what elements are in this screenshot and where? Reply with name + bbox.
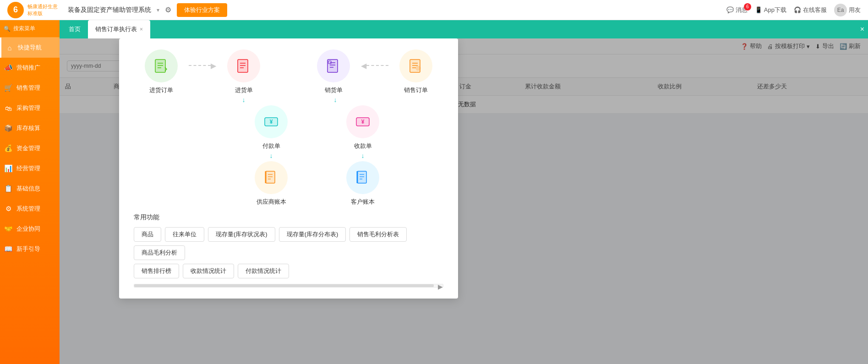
flow-item-collection[interactable]: ¥ 收款单 bbox=[335, 105, 390, 150]
flow-item-sales-order[interactable]: 销售订单 bbox=[388, 49, 443, 94]
app-wrapper: 6 畅康通好生意 标准版 装备及固定资产辅助管理系统 ▾ ⚙ 体验行业方案 💬 … bbox=[0, 0, 868, 364]
popup: 进货订单 ▶ 进 bbox=[119, 38, 458, 299]
common-btn-product-margin[interactable]: 商品毛利分析 bbox=[134, 245, 185, 260]
sidebar-item-label-basic-info: 基础信息 bbox=[16, 185, 40, 193]
sidebar-item-purchase[interactable]: 🛍 采购管理 bbox=[0, 98, 60, 118]
user-item[interactable]: Ea 用友 bbox=[834, 4, 861, 16]
arrow-so-to-sr: ◀ bbox=[361, 61, 388, 83]
common-btns-row1: 商品 往来单位 现存量(库存状况表) 现存量(库存分布表) 销售毛利分析表 商品… bbox=[134, 227, 443, 260]
marketing-icon: 📣 bbox=[4, 63, 13, 72]
sidebar-item-sales[interactable]: 🛒 销售管理 bbox=[0, 78, 60, 98]
flow-item-customer-ledger[interactable]: 客户账本 bbox=[335, 161, 390, 206]
newbie-icon: 📖 bbox=[4, 244, 13, 254]
purchase-receipt-circle bbox=[227, 49, 260, 82]
svg-rect-0 bbox=[155, 60, 165, 72]
flow-item-purchase-order[interactable]: 进货订单 bbox=[134, 49, 189, 94]
arrow-down-sr: ↓ bbox=[334, 96, 337, 103]
tab-close-icon[interactable]: × bbox=[140, 26, 143, 33]
sidebar-item-label-sales: 销售管理 bbox=[16, 84, 40, 92]
sidebar: 🔍 搜索菜单 ⌂ 快捷导航 📣 营销推广 🛒 销售管理 🛍 采购管理 📦 bbox=[0, 20, 60, 364]
logo-line2: 标准版 bbox=[27, 10, 58, 16]
common-btns-row2: 销售排行榜 收款情况统计 付款情况统计 bbox=[134, 264, 443, 278]
top-bar-left: 6 畅康通好生意 标准版 装备及固定资产辅助管理系统 ▾ ⚙ 体验行业方案 bbox=[7, 2, 227, 18]
popup-scrollbar[interactable]: ▶ bbox=[134, 284, 443, 288]
purchase-icon: 🛍 bbox=[4, 103, 13, 113]
message-badge: 6 bbox=[744, 3, 751, 11]
flow-item-payment[interactable]: ¥ 付款单 bbox=[244, 105, 299, 150]
operations-icon: 📊 bbox=[4, 164, 13, 173]
tab-home[interactable]: 首页 bbox=[61, 20, 88, 38]
common-btn-payment-stats[interactable]: 付款情况统计 bbox=[238, 264, 289, 278]
sales-order-circle bbox=[399, 49, 432, 82]
app-download-icon: 📱 bbox=[755, 6, 762, 13]
common-btn-collection-stats[interactable]: 收款情况统计 bbox=[183, 264, 234, 278]
sidebar-item-label-finance: 资金管理 bbox=[16, 144, 40, 152]
sales-icon: 🛒 bbox=[4, 83, 13, 92]
svg-rect-28 bbox=[266, 171, 275, 183]
payment-label: 付款单 bbox=[262, 142, 280, 150]
sidebar-item-operations[interactable]: 📊 经营管理 bbox=[0, 158, 60, 179]
popup-scrollbar-thumb bbox=[134, 284, 434, 287]
common-btn-counterparty[interactable]: 往来单位 bbox=[165, 227, 204, 242]
sidebar-search[interactable]: 🔍 搜索菜单 bbox=[0, 20, 60, 38]
sidebar-item-label-operations: 经营管理 bbox=[16, 164, 40, 173]
sidebar-item-label-sys-mgmt: 系统管理 bbox=[16, 205, 40, 213]
sidebar-item-label-enterprise: 企业协同 bbox=[16, 225, 40, 233]
sidebar-item-inventory[interactable]: 📦 库存核算 bbox=[0, 118, 60, 138]
user-label: 用友 bbox=[849, 6, 861, 14]
online-service-item[interactable]: 🎧 在线客服 bbox=[794, 6, 827, 14]
search-icon: 🔍 bbox=[4, 26, 11, 32]
message-icon: 💬 bbox=[726, 6, 734, 13]
common-btn-sales-margin[interactable]: 销售毛利分析表 bbox=[349, 227, 407, 242]
sidebar-item-enterprise[interactable]: 🤝 企业协同 bbox=[0, 219, 60, 239]
common-btn-sales-rank[interactable]: 销售排行榜 bbox=[134, 264, 179, 278]
sidebar-item-basic-info[interactable]: 📋 基础信息 bbox=[0, 179, 60, 199]
trial-button[interactable]: 体验行业方案 bbox=[177, 3, 227, 17]
sidebar-item-sys-mgmt[interactable]: ⚙ 系统管理 bbox=[0, 199, 60, 219]
online-service-label: 在线客服 bbox=[803, 6, 827, 14]
flow-item-supplier-ledger[interactable]: 供应商账本 bbox=[244, 161, 299, 206]
window-close-icon[interactable]: × bbox=[860, 25, 864, 33]
content-area: 首页 销售订单执行表 × × ❓ 帮助 🖨 按 bbox=[60, 20, 868, 364]
sales-receipt-label: 销货单 bbox=[325, 86, 343, 94]
svg-rect-5 bbox=[238, 60, 248, 72]
arrow-down-pr: ↓ bbox=[242, 96, 246, 103]
common-btn-product[interactable]: 商品 bbox=[134, 227, 161, 242]
tab-sales-order-label: 销售订单执行表 bbox=[95, 25, 137, 33]
main-area: 🔍 搜索菜单 ⌂ 快捷导航 📣 营销推广 🛒 销售管理 🛍 采购管理 📦 bbox=[0, 20, 868, 364]
logo-area: 6 畅康通好生意 标准版 bbox=[7, 2, 62, 18]
sidebar-item-marketing[interactable]: 📣 营销推广 bbox=[0, 58, 60, 78]
sidebar-item-label-inventory: 库存核算 bbox=[16, 124, 40, 132]
scrollbar-right-arrow[interactable]: ▶ bbox=[438, 283, 443, 290]
sales-receipt-circle bbox=[317, 49, 350, 82]
app-download-item[interactable]: 📱 App下载 bbox=[755, 6, 786, 14]
search-label: 搜索菜单 bbox=[13, 25, 35, 33]
user-avatar: Ea bbox=[834, 4, 847, 16]
sidebar-item-quick-nav[interactable]: ⌂ 快捷导航 bbox=[0, 38, 60, 58]
sales-order-label: 销售订单 bbox=[404, 86, 428, 94]
flow-item-sales-receipt[interactable]: 销货单 bbox=[306, 49, 361, 94]
home-icon: ⌂ bbox=[5, 43, 14, 52]
logo-line1: 畅康通好生意 bbox=[27, 3, 58, 10]
system-dropdown-icon[interactable]: ▾ bbox=[157, 7, 159, 13]
purchase-order-label: 进货订单 bbox=[149, 86, 173, 94]
common-btn-stock-dist[interactable]: 现存量(库存分布表) bbox=[279, 227, 346, 242]
top-bar-right: 💬 消息 6 📱 App下载 🎧 在线客服 Ea 用友 bbox=[726, 4, 861, 16]
settings-icon[interactable]: ⚙ bbox=[165, 5, 171, 14]
sidebar-item-newbie[interactable]: 📖 新手引导 bbox=[0, 239, 60, 259]
common-btn-stock-status[interactable]: 现存量(库存状况表) bbox=[208, 227, 275, 242]
collection-label: 收款单 bbox=[354, 142, 372, 150]
customer-ledger-circle bbox=[346, 161, 379, 194]
svg-text:¥: ¥ bbox=[361, 119, 365, 125]
tab-bar: 首页 销售订单执行表 × × bbox=[60, 20, 868, 38]
message-item[interactable]: 💬 消息 6 bbox=[726, 6, 748, 14]
arrow-down-collection: ↓ bbox=[361, 152, 365, 159]
tab-sales-order[interactable]: 销售订单执行表 × bbox=[88, 20, 150, 38]
customer-ledger-label: 客户账本 bbox=[351, 198, 375, 206]
sidebar-item-finance[interactable]: 💰 资金管理 bbox=[0, 138, 60, 158]
supplier-ledger-circle bbox=[255, 161, 288, 194]
flow-item-purchase-receipt[interactable]: 进货单 bbox=[216, 49, 271, 94]
common-section: 常用功能 商品 往来单位 现存量(库存状况表) 现存量(库存分布表) 销售毛利分… bbox=[134, 213, 443, 278]
sidebar-item-label-quick-nav: 快捷导航 bbox=[18, 43, 42, 52]
logo-text: 畅康通好生意 标准版 bbox=[27, 3, 58, 16]
